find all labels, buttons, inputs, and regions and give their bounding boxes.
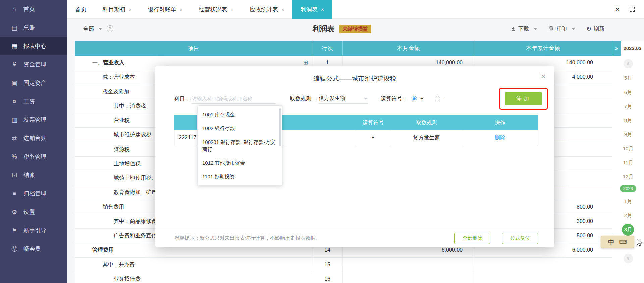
month-9月[interactable]: 9月 — [622, 129, 634, 140]
month-6月[interactable]: 6月 — [622, 87, 634, 98]
subject-option[interactable]: 1101 短期投资 — [198, 170, 282, 183]
refresh-button[interactable]: ↻ 刷新 — [586, 25, 604, 33]
chevron-down-icon — [572, 28, 575, 30]
page-title: 利润表 — [313, 24, 335, 34]
operator-plus-radio[interactable] — [412, 96, 417, 101]
tab-label: 应收统计表 — [250, 6, 278, 13]
rule-select[interactable]: 借方发生额 — [319, 94, 368, 104]
operator-label: 运算符号： — [381, 95, 408, 102]
sidebar-item-beginner-guide[interactable]: ⚑新手引导 — [0, 221, 67, 240]
tab-subject-opening[interactable]: 科目期初× — [95, 0, 140, 19]
sidebar-item-home[interactable]: ⌂首页 — [0, 0, 67, 18]
sidebar-item-label: 结账 — [23, 171, 35, 179]
tab-close-icon[interactable]: × — [129, 7, 132, 12]
dialog-close-icon[interactable]: × — [541, 72, 546, 80]
rule-select-value: 借方发生额 — [319, 95, 345, 102]
operator-minus-radio[interactable] — [435, 96, 440, 101]
close-icon[interactable]: × — [615, 5, 620, 13]
row-month-amount — [343, 258, 474, 272]
column-header: 行次 — [312, 41, 343, 56]
sidebar-item-general-ledger[interactable]: ▤总账 — [0, 18, 67, 37]
row-line-number: 15 — [312, 258, 343, 272]
month-8月[interactable]: 8月 — [622, 115, 634, 126]
dialog-title: 编辑公式——城市维护建设税 — [155, 66, 554, 83]
sidebar-item-label: 首页 — [23, 5, 35, 13]
scope-filter-value: 全部 — [83, 25, 94, 33]
month-2月[interactable]: 2月 — [622, 210, 634, 221]
delete-all-button[interactable]: 全部删除 — [454, 233, 490, 244]
beginner-guide-icon: ⚑ — [11, 227, 18, 234]
tab-bank-statement[interactable]: 银行对账单× — [140, 0, 191, 19]
download-icon — [511, 26, 516, 32]
sidebar-item-label: 归档管理 — [23, 190, 46, 197]
tab-label: 利润表 — [301, 6, 318, 13]
collapse-panel-icon[interactable]: » — [612, 41, 621, 56]
sidebar-item-payroll[interactable]: ¤工资 — [0, 92, 67, 111]
fullscreen-icon[interactable] — [629, 6, 635, 12]
download-button[interactable]: 下载 — [511, 25, 537, 33]
month-10月[interactable]: 10月 — [622, 143, 634, 154]
print-button[interactable]: 打印 — [548, 25, 575, 33]
subject-option[interactable]: 1001 库存现金 — [198, 108, 282, 121]
sidebar-item-tax-management[interactable]: %税务管理 — [0, 148, 67, 166]
sidebar-item-report-center[interactable]: ▦报表中心 — [0, 37, 67, 55]
subject-input[interactable] — [192, 94, 276, 104]
subject-option[interactable]: 100201 银行存款_银行存款-万安商行 — [198, 135, 282, 156]
add-button[interactable]: 添加 — [505, 92, 542, 105]
rule-label: 取数规则： — [290, 95, 317, 102]
tab-close-icon[interactable]: × — [231, 7, 234, 12]
sidebar-item-label: 报表中心 — [23, 42, 46, 50]
delete-link[interactable]: 删除 — [495, 135, 505, 140]
row-line-number: 16 — [312, 272, 343, 283]
sidebar-item-membership[interactable]: Ⓥ畅会员 — [0, 240, 67, 258]
chevron-down-icon — [534, 28, 537, 30]
open-tabs: 首页科目期初×银行对账单×经营状况表×应收统计表×利润表× — [67, 0, 332, 19]
sidebar-item-closing[interactable]: ☑结账 — [0, 166, 67, 184]
sidebar-item-purchase-sales-ledger[interactable]: ⇄进销台账 — [0, 129, 67, 148]
tab-close-icon[interactable]: × — [180, 7, 183, 12]
scroll-down-icon[interactable]: ∨ — [624, 254, 633, 263]
scroll-up-icon[interactable]: ∧ — [624, 59, 633, 68]
tab-receivables-stats[interactable]: 应收统计表× — [241, 0, 292, 19]
period-list: ∧ 5月6月7月8月9月10月11月12月20231月2月3月4月 ∨ — [612, 56, 644, 263]
sidebar-item-archive-management[interactable]: ≡归档管理 — [0, 184, 67, 203]
report-center-icon: ▦ — [11, 43, 18, 50]
sidebar-item-fund-management[interactable]: ¥资金管理 — [0, 55, 67, 74]
chevron-down-icon — [99, 28, 102, 30]
month-3月[interactable]: 3月 — [622, 224, 634, 236]
month-5月[interactable]: 5月 — [622, 72, 634, 84]
sidebar-item-fixed-assets[interactable]: ▣固定资产 — [0, 74, 67, 92]
table-row[interactable]: 其中：开办费15 — [75, 258, 612, 272]
column-header: 本年累计金额 — [474, 41, 612, 56]
month-12月[interactable]: 12月 — [622, 171, 634, 182]
subject-option[interactable]: 1002 银行存款 — [198, 121, 282, 135]
tab-close-icon[interactable]: × — [281, 7, 284, 12]
closing-icon: ☑ — [11, 172, 18, 179]
month-7月[interactable]: 7月 — [622, 101, 634, 112]
sidebar-item-invoice-management[interactable]: ▥发票管理 — [0, 111, 67, 129]
formula-reset-button[interactable]: 公式复位 — [502, 233, 538, 244]
operator-radio-group: + - — [412, 96, 453, 102]
formula-column-header: 操作 — [462, 115, 538, 130]
refresh-label: 刷新 — [594, 25, 604, 33]
month-1月[interactable]: 1月 — [622, 195, 634, 207]
tax-management-icon: % — [11, 153, 18, 160]
table-row[interactable]: 业务招待费16 — [75, 272, 612, 283]
fixed-assets-icon: ▣ — [11, 79, 18, 87]
formula-rule: 贷方发生额 — [391, 130, 462, 146]
tab-business-status[interactable]: 经营状况表× — [191, 0, 242, 19]
subject-option[interactable]: 1012 其他货币资金 — [198, 156, 282, 170]
help-icon[interactable]: ? — [107, 25, 113, 32]
sidebar-item-settings[interactable]: ⚙设置 — [0, 203, 67, 221]
tab-home[interactable]: 首页 — [67, 0, 95, 19]
scope-filter-dropdown[interactable]: 全部 — [83, 25, 102, 33]
month-11月[interactable]: 11月 — [622, 157, 634, 168]
dropdown-scrollbar[interactable] — [279, 108, 281, 146]
sidebar-item-label: 发票管理 — [23, 116, 46, 124]
ime-toolbar[interactable]: 中 ⌨ — [601, 236, 634, 248]
sidebar-nav: ⌂首页▤总账▦报表中心¥资金管理▣固定资产¤工资▥发票管理⇄进销台账%税务管理☑… — [0, 0, 67, 258]
year-badge[interactable]: 2023 — [620, 185, 636, 192]
formula-column-header: 取数规则 — [391, 115, 462, 130]
tab-income-statement[interactable]: 利润表× — [292, 0, 332, 19]
tab-close-icon[interactable]: × — [321, 7, 324, 12]
